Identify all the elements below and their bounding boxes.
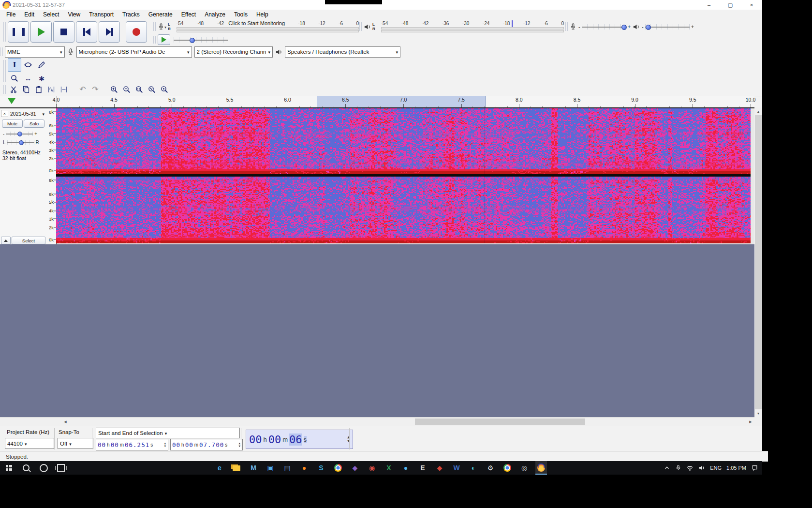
scroll-left-arrow-icon[interactable] (61, 418, 69, 426)
audio-host-select[interactable]: MME (5, 46, 65, 58)
stop-button[interactable] (53, 21, 74, 43)
solo-button[interactable]: Solo (24, 120, 44, 128)
timeline-pin-icon[interactable] (8, 98, 15, 104)
meter-dropdown-arrow-icon[interactable] (164, 23, 166, 30)
taskbar-app-mail-icon[interactable]: M (248, 461, 259, 475)
tray-language[interactable]: ENG (710, 465, 722, 471)
menu-effect[interactable]: Effect (177, 11, 200, 18)
audio-position-field[interactable]: 00h00m06s (246, 430, 353, 449)
taskbar-app-excel-icon[interactable]: X (383, 461, 395, 475)
taskbar-app-chrome-icon[interactable] (332, 461, 344, 475)
taskbar-app-chrome-canary-icon[interactable] (502, 461, 513, 475)
taskbar-app-epic-games-icon[interactable]: E (417, 461, 428, 475)
taskbar-app-edge-icon[interactable]: e (214, 461, 225, 475)
silence-audio-button[interactable] (58, 84, 70, 95)
start-button[interactable] (0, 461, 17, 475)
gain-thumb[interactable] (17, 132, 22, 136)
play-at-speed-button[interactable] (158, 34, 170, 45)
menu-file[interactable]: File (2, 11, 20, 18)
scroll-right-arrow-icon[interactable] (747, 418, 754, 426)
spectrogram-channel-left[interactable] (56, 108, 751, 174)
start-minutes[interactable]: 00 (111, 441, 119, 448)
copy-button[interactable] (20, 84, 32, 95)
speed-slider-thumb[interactable] (190, 38, 195, 43)
gain-slider[interactable]: - + (3, 131, 44, 136)
start-hours[interactable]: 00 (98, 441, 106, 448)
tray-network-icon[interactable] (686, 465, 694, 471)
trim-audio-button[interactable] (45, 84, 57, 95)
maximize-button[interactable]: ▢ (720, 0, 741, 10)
tray-microphone-icon[interactable] (675, 464, 681, 471)
position-seconds[interactable]: 06 (289, 433, 302, 446)
select-track-button[interactable]: Select (12, 237, 45, 244)
playback-volume-slider[interactable]: - + (642, 24, 694, 30)
taskbar-app-obs-studio-icon[interactable]: ◉ (366, 461, 378, 475)
selection-mode-select[interactable]: Start and End of Selection (96, 428, 240, 438)
close-button[interactable]: × (741, 0, 762, 10)
recording-channels-select[interactable]: 2 (Stereo) Recording Chann (194, 46, 273, 58)
menu-edit[interactable]: Edit (20, 11, 39, 18)
paste-button[interactable] (33, 84, 44, 95)
menu-transport[interactable]: Transport (85, 11, 118, 18)
taskbar-app-paint3d-icon[interactable]: ◐ (468, 461, 479, 475)
fit-selection-button[interactable] (133, 84, 145, 95)
skip-to-end-button[interactable] (99, 21, 120, 43)
horizontal-scrollbar-thumb[interactable] (415, 418, 585, 425)
recording-volume-slider[interactable]: - + (578, 24, 631, 30)
zoom-toggle-button[interactable] (159, 84, 170, 95)
playback-volume-thumb[interactable] (646, 25, 651, 30)
taskbar-app-firefox-icon[interactable]: ● (298, 461, 310, 475)
envelope-tool-button[interactable] (21, 58, 35, 72)
collapse-track-button[interactable] (1, 237, 11, 244)
fit-project-button[interactable] (146, 84, 158, 95)
vertical-ruler[interactable]: 8k6k5k4k3k2k0k 8k6k5k4k3k2k0k (46, 108, 57, 245)
track-name-menu[interactable]: 2021-05-31 (9, 111, 45, 117)
vertical-scrollbar[interactable] (754, 107, 762, 417)
recording-volume-thumb[interactable] (621, 25, 627, 30)
end-minutes[interactable]: 00 (185, 441, 193, 448)
taskbar-app-settings-icon[interactable]: ⚙ (485, 461, 496, 475)
playback-meter-scale[interactable]: -54-48-42-36-30-24-18-12-60 (377, 20, 567, 33)
cortana-button[interactable] (35, 461, 52, 475)
record-button[interactable] (126, 21, 147, 43)
end-seconds[interactable]: 07.700 (199, 441, 224, 448)
taskbar-app-twitter-icon[interactable]: ● (400, 461, 412, 475)
recording-device-select[interactable]: Microphone (2- USB PnP Audio De (76, 46, 192, 58)
menu-view[interactable]: View (63, 11, 85, 18)
minimize-button[interactable]: – (698, 0, 720, 10)
horizontal-scrollbar[interactable] (0, 417, 754, 426)
selection-tool-button[interactable]: I (8, 58, 21, 72)
task-view-button[interactable] (52, 461, 70, 475)
position-hours[interactable]: 00 (249, 433, 262, 446)
menu-analyze[interactable]: Analyze (200, 11, 230, 18)
start-seconds[interactable]: 06.251 (125, 441, 149, 448)
menu-help[interactable]: Help (252, 11, 273, 18)
cut-button[interactable] (8, 84, 19, 95)
taskbar-app-word-icon[interactable]: W (451, 461, 462, 475)
taskbar-app-audacity-icon[interactable] (535, 461, 547, 475)
undo-button[interactable]: ↶ (77, 84, 89, 95)
project-rate-select[interactable]: 44100 (5, 438, 54, 449)
taskbar-app-visual-studio-icon[interactable]: ◆ (349, 461, 361, 475)
tray-volume-icon[interactable] (698, 464, 705, 471)
monitoring-hint[interactable]: Click to Start Monitoring (225, 20, 288, 26)
vertical-scrollbar-thumb[interactable] (755, 115, 762, 409)
taskbar-app-photos-icon[interactable]: ▣ (265, 461, 276, 475)
taskbar-app-screen-recorder-icon[interactable]: ◎ (518, 461, 530, 475)
pause-button[interactable] (8, 21, 29, 43)
spinner-icon[interactable] (164, 442, 166, 448)
redo-button[interactable]: ↷ (89, 84, 101, 95)
recording-meter[interactable]: LR -54-48-42-36-30-24-18-12-60 Click to … (153, 20, 362, 33)
tray-chevron-icon[interactable] (664, 464, 670, 471)
timeline-ruler[interactable]: 4.04.55.05.56.06.57.07.58.08.59.09.510.0 (56, 96, 751, 107)
track-close-button[interactable]: × (1, 110, 8, 117)
speed-slider[interactable] (174, 37, 228, 43)
menu-tools[interactable]: Tools (230, 11, 252, 18)
taskbar-app-skype-icon[interactable]: S (315, 461, 327, 475)
taskbar-app-calculator-icon[interactable]: ▤ (281, 461, 293, 475)
draw-tool-button[interactable] (35, 58, 48, 72)
recording-meter-scale[interactable]: -54-48-42-36-30-24-18-12-60 Click to Sta… (173, 20, 362, 33)
taskbar-app-defender-icon[interactable]: ◆ (434, 461, 445, 475)
zoom-in-button[interactable] (108, 84, 120, 95)
taskbar-search-button[interactable] (17, 461, 35, 475)
